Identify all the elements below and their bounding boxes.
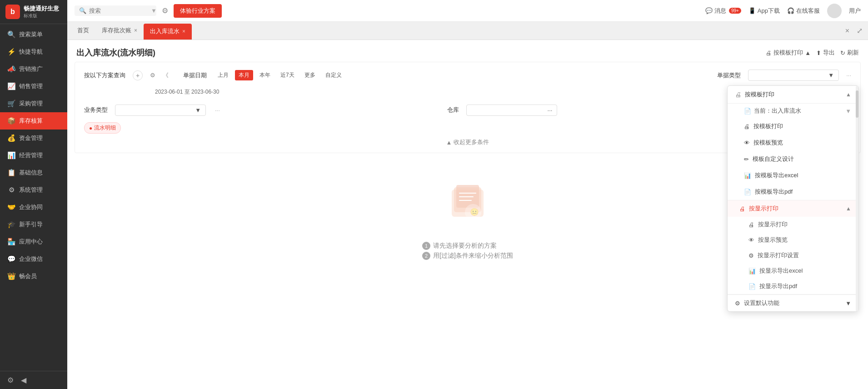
tag-dot: ●	[89, 125, 92, 131]
date-btn-more[interactable]: 更多	[301, 70, 319, 80]
sidebar-bottom: ⚙ ◀	[0, 371, 67, 389]
warehouse-select[interactable]: ···	[466, 105, 557, 116]
sidebar-item-quicknav[interactable]: ⚡ 快捷导航	[0, 43, 67, 60]
app-download-action[interactable]: 📱 App下载	[748, 7, 780, 15]
display-settings-icon: ⚙	[748, 252, 754, 259]
customer-service-action[interactable]: 🎧 在线客服	[787, 7, 820, 15]
sales-icon: 📈	[7, 82, 15, 90]
date-btn-custom[interactable]: 自定义	[322, 70, 345, 80]
dropdown-footer[interactable]: ⚙ 设置默认功能 ▼	[728, 294, 858, 311]
dropdown-template-excel[interactable]: 📊 按模板导出excel	[728, 167, 858, 184]
dropdown-template-design[interactable]: ✏ 模板自定义设计	[728, 151, 858, 167]
topbar: 🔍 ▼ ⚙ 体验行业方案 💬 消息 99+ 📱 App下载 🎧 在线客服 用户	[67, 0, 868, 22]
sidebar: b 畅捷通好生意 标准版 🔍 搜索菜单 ⚡ 快捷导航 📣 营销推广 📈 销售管理…	[0, 0, 67, 389]
tab-batch[interactable]: 库存批次账 ×	[95, 22, 144, 40]
appstore-icon: 🏪	[7, 238, 15, 246]
sidebar-item-inventory[interactable]: 📦 库存核算	[0, 112, 67, 130]
sidebar-item-basic[interactable]: 📋 基础信息	[0, 164, 67, 181]
tab-batch-close[interactable]: ×	[134, 27, 137, 34]
template-design-icon: ✏	[744, 156, 749, 163]
search-dropdown-icon[interactable]: ▼	[151, 7, 157, 14]
sidebar-item-operations[interactable]: 📊 经营管理	[0, 147, 67, 164]
basic-icon: 📋	[7, 169, 15, 177]
filter-collapse-icon[interactable]: 《	[163, 71, 169, 80]
window-close-icon[interactable]: ×	[843, 25, 851, 37]
maximize-icon[interactable]: ⤢	[855, 25, 864, 37]
page-actions: 🖨 按模板打印 ▲ ⬆ 导出 ↻ 刷新	[766, 49, 859, 57]
logo-icon: b	[5, 5, 20, 19]
page-title: 出入库流水(流水明细)	[76, 47, 155, 58]
warehouse-label: 仓库	[447, 106, 459, 114]
date-btn-last-month[interactable]: 上月	[214, 70, 232, 80]
empty-tip-1: 1 请先选择要分析的方案	[422, 242, 513, 250]
message-action[interactable]: 💬 消息 99+	[705, 7, 741, 15]
display-arrow-up: ▲	[846, 205, 851, 212]
template-print-header[interactable]: 🖨 按模板打印 ▲	[728, 86, 858, 104]
topbar-search-box: 🔍 ▼	[75, 5, 156, 16]
display-print-icon: 🖨	[739, 205, 745, 212]
sidebar-item-appstore[interactable]: 🏪 应用中心	[0, 233, 67, 250]
date-label: 单据日期	[183, 71, 207, 80]
date-btn-this-month[interactable]: 本月	[235, 70, 253, 80]
sidebar-item-search[interactable]: 🔍 搜索菜单	[0, 26, 67, 43]
search-icon: 🔍	[79, 7, 86, 14]
svg-text:😐: 😐	[470, 208, 479, 216]
header-arrow-up: ▲	[846, 91, 851, 98]
warehouse-more-icon: ···	[548, 107, 553, 114]
sidebar-item-system[interactable]: ⚙ 系统管理	[0, 181, 67, 199]
dropdown-template-preview[interactable]: 👁 按模板预览	[728, 135, 858, 151]
filter-settings-icon[interactable]: ⚙	[150, 72, 155, 79]
collapse-sidebar-icon[interactable]: ◀	[21, 376, 26, 384]
gear-icon[interactable]: ⚙	[162, 6, 168, 15]
tab-flow[interactable]: 出入库流水 ×	[144, 24, 192, 40]
display-preview-icon: 👁	[748, 237, 754, 244]
flow-filter-tag[interactable]: ● 流水明细	[84, 122, 121, 134]
page-header: 出入库流水(流水明细) 🖨 按模板打印 ▲ ⬆ 导出 ↻ 刷新	[67, 40, 868, 62]
display-print-section[interactable]: 🖨 按显示打印 ▲	[728, 200, 858, 217]
template-print-icon: 🖨	[744, 123, 750, 130]
voucher-type-select[interactable]: ▼	[748, 70, 839, 81]
settings-bottom-icon[interactable]: ⚙	[7, 376, 14, 384]
sidebar-item-marketing[interactable]: 📣 营销推广	[0, 60, 67, 78]
dropdown-display-pdf[interactable]: 📄 按显示导出pdf	[728, 279, 858, 294]
purchase-icon: 🛒	[7, 100, 15, 108]
add-filter-btn[interactable]: +	[133, 70, 143, 80]
sidebar-item-collab[interactable]: 🤝 企业协同	[0, 199, 67, 216]
dropdown-template-pdf[interactable]: 📄 按模板导出pdf	[728, 184, 858, 200]
export-action[interactable]: ⬆ 导出	[816, 49, 835, 57]
tab-flow-close[interactable]: ×	[182, 28, 185, 35]
tab-home[interactable]: 首页	[71, 22, 95, 40]
current-expand-icon[interactable]: ▼	[845, 108, 851, 115]
dropdown-display-preview[interactable]: 👁 按显示预览	[728, 232, 858, 248]
sidebar-item-finance[interactable]: 💰 资金管理	[0, 130, 67, 147]
dropdown-display-print[interactable]: 🖨 按显示打印	[728, 217, 858, 232]
user-avatar[interactable]	[827, 4, 842, 18]
chevron-down-icon: ▼	[828, 72, 834, 79]
dropdown-display-excel[interactable]: 📊 按显示导出excel	[728, 263, 858, 279]
quicknav-icon: ⚡	[7, 48, 15, 56]
arrow-up-icon: ▲	[805, 50, 811, 56]
refresh-action[interactable]: ↻ 刷新	[840, 49, 859, 57]
business-type-select[interactable]: ▼	[115, 105, 206, 116]
trial-btn[interactable]: 体验行业方案	[174, 4, 222, 18]
printer-header-icon: 🖨	[735, 91, 741, 98]
display-excel-icon: 📊	[748, 268, 756, 274]
sidebar-item-vip[interactable]: 👑 畅会员	[0, 268, 67, 285]
dropdown-template-print[interactable]: 🖨 按模板打印	[728, 118, 858, 135]
date-btn-7days[interactable]: 近7天	[277, 70, 298, 80]
empty-tips: 1 请先选择要分析的方案 2 用[过滤]条件来缩小分析范围	[422, 240, 513, 262]
brand-version: 标准版	[24, 13, 59, 19]
inventory-icon: 📦	[7, 117, 15, 125]
sidebar-item-sales[interactable]: 📈 销售管理	[0, 78, 67, 95]
date-btn-this-year[interactable]: 本年	[256, 70, 274, 80]
voucher-more-icon[interactable]: ···	[846, 72, 851, 79]
business-type-more-icon[interactable]: ···	[215, 107, 220, 114]
sidebar-item-purchase[interactable]: 🛒 采购管理	[0, 95, 67, 112]
query-label: 按以下方案查询	[84, 71, 125, 80]
print-action[interactable]: 🖨 按模板打印 ▲	[766, 49, 811, 57]
search-input[interactable]	[89, 7, 148, 14]
dropdown-display-settings[interactable]: ⚙ 按显示打印设置	[728, 248, 858, 263]
sidebar-item-guide[interactable]: 🎓 新手引导	[0, 216, 67, 233]
sidebar-nav: 🔍 搜索菜单 ⚡ 快捷导航 📣 营销推广 📈 销售管理 🛒 采购管理 📦 库存核…	[0, 24, 67, 371]
sidebar-item-wechat[interactable]: 💬 企业微信	[0, 250, 67, 268]
